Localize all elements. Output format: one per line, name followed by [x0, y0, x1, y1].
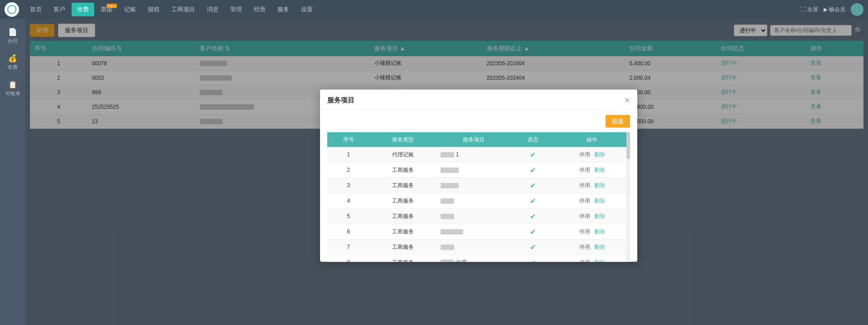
list-item: 3 工商服务 ✔ 停用 删除 — [327, 178, 630, 193]
stop-button[interactable]: 停用 — [579, 197, 590, 204]
vip-button[interactable]: ▶ 畅会员 — [824, 6, 845, 14]
nav-message[interactable]: 消息 — [201, 3, 224, 16]
modal-body: 新建 序号 服务类型 服务项目 状态 操作 — [320, 109, 637, 262]
modal-cell-type: 工商服务 — [370, 162, 436, 178]
modal-table-wrapper: 序号 服务类型 服务项目 状态 操作 1 代理记账 1 ✔ 停用 删除 2 工商… — [327, 132, 630, 262]
list-item: 4 工商服务 ✔ 停用 删除 — [327, 193, 630, 209]
nav-home[interactable]: 首页 — [24, 3, 47, 16]
modal-col-seq: 序号 — [327, 132, 370, 147]
reconcile-icon: 📋 — [8, 80, 17, 89]
modal-cell-action: 停用 删除 — [554, 178, 630, 193]
modal-col-type: 服务类型 — [370, 132, 436, 147]
modal-cell-status: ✔ — [512, 162, 555, 178]
nav-bookkeeping[interactable]: 记账 — [119, 3, 141, 16]
delete-button[interactable]: 删除 — [594, 259, 605, 262]
modal-col-project: 服务项目 — [436, 132, 511, 147]
modal-col-action: 操作 — [554, 132, 630, 147]
modal-cell-type: 工商服务 — [370, 209, 436, 224]
avatar[interactable] — [851, 3, 863, 16]
delete-button[interactable]: 删除 — [594, 166, 605, 173]
modal-cell-type: 工商服务 — [370, 224, 436, 239]
modal-cell-action: 停用 删除 — [554, 193, 630, 209]
nav-tax[interactable]: 报税 — [142, 3, 165, 16]
list-item: 8 工商服务 注册 ✔ 停用 删除 — [327, 255, 630, 262]
delete-button[interactable]: 删除 — [594, 213, 605, 219]
scrollbar-track[interactable] — [626, 132, 630, 262]
modal-cell-seq: 2 — [327, 162, 370, 178]
modal-cell-action: 停用 删除 — [554, 147, 630, 162]
modal-cell-action: 停用 删除 — [554, 255, 630, 262]
sidebar-item-charge[interactable]: 💰 收费 — [1, 50, 24, 74]
delete-button[interactable]: 删除 — [594, 151, 605, 157]
nav-bill[interactable]: 票据 new — [95, 3, 118, 16]
modal-cell-type: 工商服务 — [370, 178, 436, 193]
modal-cell-seq: 3 — [327, 178, 370, 193]
stop-button[interactable]: 停用 — [579, 182, 590, 188]
nav-charge[interactable]: 收费 — [72, 3, 94, 16]
modal-cell-status: ✔ — [512, 239, 555, 255]
nav-service[interactable]: 服务 — [272, 3, 295, 16]
modal-cell-project — [436, 193, 511, 209]
modal-title: 服务项目 — [327, 96, 354, 104]
contract-icon: 📄 — [8, 27, 17, 36]
modal-cell-seq: 1 — [327, 147, 370, 162]
modal-cell-type: 工商服务 — [370, 193, 436, 209]
stop-button[interactable]: 停用 — [579, 243, 590, 250]
charge-icon: 💰 — [8, 53, 17, 63]
new-badge: new — [107, 4, 117, 8]
list-item: 6 工商服务 ✔ 停用 删除 — [327, 224, 630, 239]
nav-right: ⛶ 全屏 ▶ 畅会员 — [800, 3, 863, 16]
modal-cell-type: 工商服务 — [370, 239, 436, 255]
modal-cell-project: 注册 — [436, 255, 511, 262]
nav-settings[interactable]: 设置 — [296, 3, 318, 16]
nav-client[interactable]: 客户 — [48, 3, 71, 16]
nav-business[interactable]: 工商项目 — [166, 3, 200, 16]
modal-cell-action: 停用 删除 — [554, 239, 630, 255]
stop-button[interactable]: 停用 — [579, 228, 590, 234]
list-item: 1 代理记账 1 ✔ 停用 删除 — [327, 147, 630, 162]
list-item: 7 工商服务 ✔ 停用 删除 — [327, 239, 630, 255]
modal-cell-status: ✔ — [512, 193, 555, 209]
delete-button[interactable]: 删除 — [594, 243, 605, 250]
modal-cell-status: ✔ — [512, 255, 555, 262]
nav-operation[interactable]: 经营 — [248, 3, 271, 16]
stop-button[interactable]: 停用 — [579, 151, 590, 157]
modal-cell-seq: 7 — [327, 239, 370, 255]
sidebar-item-reconcile[interactable]: 📋 对账单 — [1, 76, 24, 101]
main-layout: 📄 合同 💰 收费 📋 对账单 新增 服务项目 进行中 🔍 — [0, 19, 868, 325]
modal-cell-seq: 4 — [327, 193, 370, 209]
delete-button[interactable]: 删除 — [594, 182, 605, 188]
fullscreen-button[interactable]: ⛶ 全屏 — [800, 6, 818, 14]
content-area: 新增 服务项目 进行中 🔍 序号 合同编码 ⇅ 客户名称 ⇅ 服务项目 ▲ 服务… — [25, 19, 868, 325]
stop-button[interactable]: 停用 — [579, 166, 590, 173]
modal-new-button[interactable]: 新建 — [606, 115, 630, 127]
modal-cell-seq: 5 — [327, 209, 370, 224]
stop-button[interactable]: 停用 — [579, 213, 590, 219]
logo-icon — [7, 5, 16, 14]
modal-cell-action: 停用 删除 — [554, 224, 630, 239]
delete-button[interactable]: 删除 — [594, 197, 605, 204]
scrollbar-thumb[interactable] — [626, 132, 630, 159]
service-items-modal: 服务项目 ✕ 新建 序号 服务类型 服务项目 状态 — [320, 89, 637, 262]
modal-service-table: 序号 服务类型 服务项目 状态 操作 1 代理记账 1 ✔ 停用 删除 2 工商… — [327, 132, 630, 262]
modal-cell-status: ✔ — [512, 209, 555, 224]
logo — [5, 2, 19, 17]
modal-cell-seq: 6 — [327, 224, 370, 239]
modal-cell-status: ✔ — [512, 178, 555, 193]
sidebar-item-contract[interactable]: 📄 合同 — [1, 24, 24, 48]
modal-cell-project — [436, 178, 511, 193]
stop-button[interactable]: 停用 — [579, 259, 590, 262]
nav-items: 首页 客户 收费 票据 new 记账 报税 工商项目 消息 管理 经营 服务 设… — [24, 3, 800, 16]
delete-button[interactable]: 删除 — [594, 228, 605, 234]
modal-cell-action: 停用 删除 — [554, 162, 630, 178]
modal-cell-type: 工商服务 — [370, 255, 436, 262]
modal-cell-status: ✔ — [512, 224, 555, 239]
modal-cell-project — [436, 162, 511, 178]
modal-cell-project — [436, 224, 511, 239]
list-item: 2 工商服务 ✔ 停用 删除 — [327, 162, 630, 178]
vip-icon: ▶ — [824, 6, 828, 13]
modal-close-button[interactable]: ✕ — [624, 96, 630, 104]
modal-cell-action: 停用 删除 — [554, 209, 630, 224]
nav-manage[interactable]: 管理 — [225, 3, 247, 16]
sidebar: 📄 合同 💰 收费 📋 对账单 — [0, 19, 25, 325]
